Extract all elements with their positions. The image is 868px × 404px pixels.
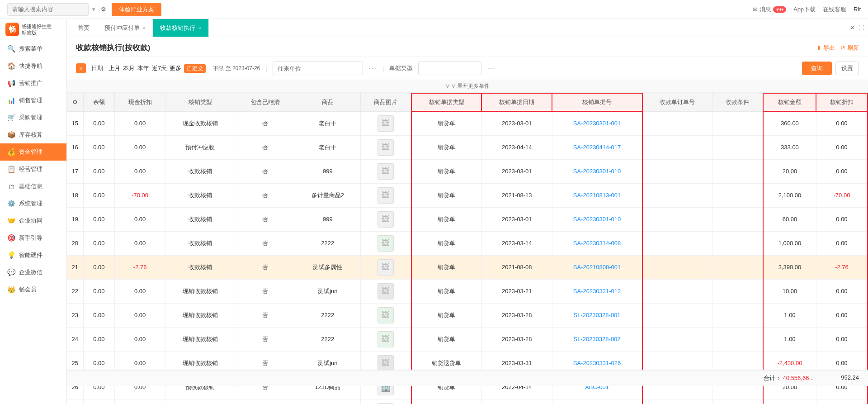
gear-icon[interactable]: ⚙ <box>99 5 108 14</box>
cell-receipt-cond <box>712 111 763 135</box>
cell-product: 测试多属性 <box>295 255 360 279</box>
table-row: 17 0.00 0.00 收款核销 否 999 🖼 销货单 2023-03-01… <box>67 159 868 183</box>
sidebar-item-搜索菜单[interactable]: 🔍搜索菜单 <box>0 40 66 57</box>
sidebar-label: 资金管理 <box>19 148 42 156</box>
query-button[interactable]: 查询 <box>802 62 832 75</box>
table-row: 16 0.00 0.00 预付冲应收 否 老白干 🖼 销货单 2023-04-1… <box>67 135 868 159</box>
sidebar-icon: 👑 <box>7 285 15 294</box>
industry-solution-button[interactable]: 体验行业方案 <box>112 3 161 16</box>
sidebar-item-企业协同[interactable]: 🤝企业协同 <box>0 212 66 229</box>
sidebar-item-营销推广[interactable]: 📢营销推广 <box>0 75 66 92</box>
sidebar-item-基础信息[interactable]: 🗂基础信息 <box>0 178 66 195</box>
sidebar-item-快捷导航[interactable]: 🏠快捷导航 <box>0 57 66 75</box>
th-doc-type: 核销单据类型 <box>411 93 482 111</box>
cell-id: 15 <box>67 111 83 135</box>
cell-balance: 0.00 <box>83 231 115 255</box>
cell-doc-no: SA-20230414-017 <box>552 135 642 159</box>
doc-no-link[interactable]: SA-20210808-001 <box>573 264 621 271</box>
export-button[interactable]: ⬆ 导出 <box>816 44 835 52</box>
sidebar-item-畅会员[interactable]: 👑畅会员 <box>0 281 66 298</box>
doc-no-link[interactable]: SA-20230314-008 <box>573 240 621 247</box>
sidebar-icon: 🗂 <box>7 183 15 190</box>
settings-button[interactable]: 设置 <box>835 62 859 75</box>
doc-no-link[interactable]: SL-20230328-002 <box>573 336 620 342</box>
maximize-icon[interactable]: ⛶ <box>859 24 864 31</box>
tab-bar-actions: ✕ ⛶ <box>850 24 864 31</box>
date-link-7days[interactable]: 近7天 <box>152 64 167 73</box>
table-footer: 合计： 40,556,66... 952.24 <box>67 370 868 386</box>
sidebar-icon: 🤝 <box>7 217 15 225</box>
sidebar-item-经营管理[interactable]: 📋经营管理 <box>0 161 66 178</box>
tab-收款核销执行[interactable]: 收款核销执行× <box>153 19 208 37</box>
date-link-this-month[interactable]: 本月 <box>123 64 135 73</box>
table-row: 22 0.00 0.00 现销收款核销 否 测试jun 🖼 销货单 2023-0… <box>67 279 868 303</box>
cell-cash-discount: 0.00 <box>115 135 165 159</box>
expand-more-bar[interactable]: ∨ ∨ 展开更多条件 <box>67 80 868 93</box>
cell-id: 27 <box>67 399 83 404</box>
logo-icon: 畅 <box>5 23 19 36</box>
doc-type-select[interactable] <box>418 62 481 75</box>
online-service-link[interactable]: 在线客服 <box>823 5 846 14</box>
cell-doc-no: SA-20230301-001 <box>552 111 642 135</box>
cell-doc-type: 销货单 <box>411 207 482 231</box>
partner-dots[interactable]: ··· <box>368 64 377 72</box>
cell-doc-no: SL-20230328-002 <box>552 327 642 351</box>
tab-close-icon[interactable]: × <box>142 25 145 31</box>
date-link-last-month[interactable]: 上月 <box>108 64 120 73</box>
sidebar-icon: 🔍 <box>7 45 15 53</box>
cell-amount: 1,000.00 <box>763 231 816 255</box>
refresh-button[interactable]: ↺ 刷新 <box>840 44 859 52</box>
sidebar-item-新手引导[interactable]: 🎯新手引导 <box>0 229 66 247</box>
th-settings[interactable]: ⚙ <box>67 93 83 111</box>
doc-no-link[interactable]: SA-20230301-001 <box>573 120 621 127</box>
cell-receipt-no <box>642 279 712 303</box>
sidebar-icon: 💡 <box>7 251 15 259</box>
filter-expand-button[interactable]: » <box>76 63 86 73</box>
tab-首页[interactable]: 首页 <box>71 19 97 37</box>
sidebar-label: 快捷导航 <box>19 62 42 70</box>
doc-no-link[interactable]: SA-20230301-010 <box>573 168 621 175</box>
logo-area: 畅 畅捷通好生意 标准版 <box>0 19 66 40</box>
sidebar-item-智能硬件[interactable]: 💡智能硬件 <box>0 247 66 264</box>
cell-included: 否 <box>235 183 295 207</box>
sidebar-item-系统管理[interactable]: ⚙️系统管理 <box>0 195 66 212</box>
sidebar-item-采购管理[interactable]: 🛒采购管理 <box>0 109 66 126</box>
cell-balance: 0.00 <box>83 303 115 327</box>
tab-close-icon[interactable]: × <box>198 25 201 31</box>
cell-product-img: 🖼 <box>360 183 411 207</box>
date-link-this-year[interactable]: 本年 <box>137 64 149 73</box>
sidebar-item-资金管理[interactable]: 💰资金管理 <box>0 143 66 161</box>
tab-预付冲应付单[interactable]: 预付冲应付单× <box>97 19 153 37</box>
cell-doc-type: 销货单 <box>411 111 482 135</box>
cell-cash-discount: 0.00 <box>115 159 165 183</box>
cell-cash-discount: 0.00 <box>115 279 165 303</box>
doc-type-dots[interactable]: ··· <box>487 64 495 72</box>
sidebar-item-企业微信[interactable]: 💬企业微信 <box>0 264 66 281</box>
partner-input[interactable] <box>273 62 363 75</box>
cell-cash-discount: 0.00 <box>115 327 165 351</box>
date-link-more[interactable]: 更多 <box>170 64 181 73</box>
doc-no-link[interactable]: SL-20230328-001 <box>573 312 620 318</box>
header-actions: ⬆ 导出 ↺ 刷新 <box>816 44 859 52</box>
message-area[interactable]: ✉ 消息 99+ <box>753 5 786 14</box>
close-window-icon[interactable]: ✕ <box>850 24 855 31</box>
table-header-row: ⚙ 余额 现金折扣 核销类型 包含已结清 商品 商品图片 核销单据类型 核销单据… <box>67 93 868 111</box>
message-icon: ✉ <box>753 6 758 13</box>
cell-verify-type: 现销收款核销 <box>165 303 235 327</box>
doc-no-link[interactable]: SA-20230301-010 <box>573 216 621 223</box>
doc-no-link[interactable]: SA-20230321-012 <box>573 288 621 295</box>
doc-no-link[interactable]: SA-20210813-001 <box>573 192 621 199</box>
sidebar-item-库存核算[interactable]: 📦库存核算 <box>0 126 66 143</box>
doc-no-link[interactable]: SA-20230414-017 <box>573 144 621 151</box>
date-current: 不限 至 2023-07-26 <box>213 65 260 72</box>
app-download-link[interactable]: App下载 <box>793 5 816 14</box>
search-input[interactable] <box>7 3 89 16</box>
doc-no-link[interactable]: SA-20230331-026 <box>573 360 621 366</box>
sidebar-icon: 📋 <box>7 165 15 173</box>
cell-product-img: 🖼 <box>360 207 411 231</box>
date-custom-button[interactable]: 自定义 <box>184 64 206 73</box>
sidebar-item-销售管理[interactable]: 📊销售管理 <box>0 92 66 109</box>
message-label: 消息 <box>760 5 771 14</box>
sidebar-icon: 🛒 <box>7 114 15 122</box>
cell-receipt-cond <box>712 135 763 159</box>
